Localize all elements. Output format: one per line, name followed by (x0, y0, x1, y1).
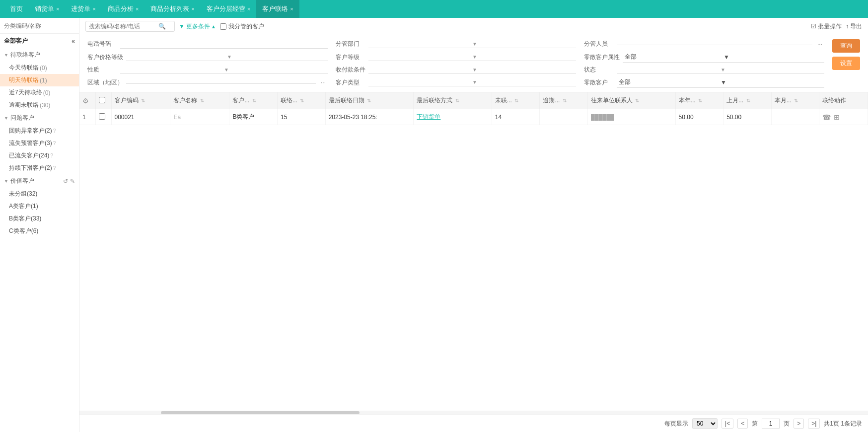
filter-region-ellipsis[interactable]: ··· (319, 78, 328, 87)
filter-select-retail-attr[interactable]: 全部 ▼ (623, 52, 824, 63)
filter-select-payment[interactable]: ▼ (368, 66, 576, 74)
filter-select-retail-customer[interactable]: 全部 ▼ (617, 77, 824, 88)
sidebar-item-today[interactable]: 今天待联络 (0) (0, 62, 79, 74)
th-contact-count[interactable]: 联络... ⇅ (278, 92, 326, 109)
th-code[interactable]: 客户编码 ⇅ (111, 92, 170, 109)
gear-icon-header[interactable]: ⚙ (82, 97, 89, 105)
th-this-year[interactable]: 本年... ⇅ (675, 92, 723, 109)
chevron-up-icon: ▲ (211, 24, 216, 29)
th-category[interactable]: 客户... ⇅ (229, 92, 278, 109)
table-row: 1 000021 Ea B类客户 (79, 109, 868, 125)
nav-home[interactable]: 首页 (4, 0, 29, 18)
refresh-icon[interactable]: ↺ (63, 178, 68, 185)
th-last-date[interactable]: 最后联络日期 ⇅ (325, 92, 414, 109)
filter-search-input[interactable] (89, 23, 158, 30)
sidebar-collapse-icon[interactable]: « (72, 38, 75, 45)
sidebar-group-value[interactable]: 价值客户 ↺ ✎ (0, 174, 79, 188)
nav-purchase-order-close[interactable]: × (92, 6, 95, 12)
nav-product-analysis-close[interactable]: × (136, 6, 139, 12)
chevron-down-icon-retail: ▼ (723, 54, 822, 61)
sidebar-item-declining[interactable]: 持续下滑客户(2) ? (0, 162, 79, 174)
next-page-btn[interactable]: > (794, 419, 804, 429)
scroll-thumb[interactable] (161, 411, 360, 414)
sidebar-item-c-class[interactable]: C类客户(6) (0, 225, 79, 237)
filter-search-icon[interactable]: 🔍 (158, 23, 166, 30)
filter-label-retail-attr: 零散客户属性 (584, 53, 620, 62)
th-overdue[interactable]: 逾期... ⇅ (540, 92, 588, 109)
td-action: ☎ ⊞ (819, 109, 868, 125)
filter-input-phone[interactable] (120, 39, 328, 49)
filter-select-nature[interactable]: ▼ (120, 66, 328, 74)
th-contact-person[interactable]: 往来单位联系人 ⇅ (587, 92, 675, 109)
filter-region-area (126, 81, 316, 84)
query-btn[interactable]: 查询 (832, 39, 860, 53)
filter-select-retail-attr-value: 全部 (625, 53, 723, 61)
first-page-btn[interactable]: |< (722, 419, 733, 429)
nav-home-label: 首页 (10, 4, 23, 13)
page-size-select[interactable]: 50 100 (692, 418, 718, 429)
nav-purchase-order[interactable]: 进货单 × (65, 0, 101, 18)
th-last-method[interactable]: 最后联络方式 ⇅ (414, 92, 492, 109)
last-page-btn[interactable]: >| (808, 419, 820, 429)
sidebar-item-repurchase-abnormal[interactable]: 回购异常客户(2) ? (0, 125, 79, 137)
filter-bar: 🔍 ▼ 更多条件 ▲ 我分管的客户 ☑ 批量操作 ↑ 导出 (79, 18, 868, 35)
page-input[interactable] (762, 419, 780, 429)
th-this-month[interactable]: 本月... ⇅ (771, 92, 819, 109)
customer-code: 000021 (115, 114, 135, 121)
action-grid-icon[interactable]: ⊞ (834, 113, 840, 121)
select-all-checkbox[interactable] (99, 97, 105, 103)
sidebar-search-area: 🔍 (0, 18, 79, 34)
nav-customer-tier-label: 客户分层经营 (207, 4, 245, 13)
sidebar-item-tomorrow[interactable]: 明天待联络 (1) (0, 74, 79, 86)
last-contact-method[interactable]: 下销货单 (417, 113, 440, 120)
nav-product-analysis-list[interactable]: 商品分析列表 × (145, 0, 200, 18)
sidebar-item-a-class[interactable]: A类客户(1) (0, 200, 79, 213)
nav-sales-order-close[interactable]: × (56, 6, 59, 12)
customer-name: Ea (173, 114, 181, 121)
settings-btn[interactable]: 设置 (832, 57, 860, 70)
filter-more-conditions-btn[interactable]: ▼ 更多条件 ▲ (179, 22, 216, 31)
filter-manager-ellipsis[interactable]: ··· (815, 40, 824, 49)
batch-action-btn[interactable]: ☑ 批量操作 (811, 22, 842, 31)
horizontal-scrollbar[interactable] (79, 411, 868, 415)
my-customers-checkbox-wrapper[interactable]: 我分管的客户 (220, 22, 264, 31)
prev-page-btn[interactable]: < (737, 419, 748, 429)
sidebar-item-ungrouped[interactable]: 未分组(32) (0, 188, 79, 200)
sidebar-item-week[interactable]: 近7天待联络 (0) (0, 86, 79, 99)
nav-product-analysis-list-close[interactable]: × (191, 6, 194, 12)
my-customers-checkbox[interactable] (220, 23, 226, 30)
chevron-down-icon-nature: ▼ (224, 67, 326, 72)
td-name: Ea (170, 109, 229, 125)
th-last-month[interactable]: 上月... ⇅ (723, 92, 772, 109)
filter-label-customer-level: 客户等级 (336, 53, 365, 62)
sidebar-item-churn-warning[interactable]: 流失预警客户(3) ? (0, 137, 79, 149)
filter-select-price-level[interactable]: ▼ (126, 53, 328, 61)
filter-select-customer-type[interactable]: ▼ (368, 78, 576, 86)
nav-sales-order[interactable]: 销货单 × (29, 0, 65, 18)
th-name[interactable]: 客户名称 ⇅ (170, 92, 229, 109)
sidebar-item-overdue[interactable]: 逾期未联络 (30) (0, 99, 79, 111)
filter-select-dept[interactable]: ▼ (368, 40, 576, 48)
edit-icon[interactable]: ✎ (70, 178, 75, 185)
sidebar-item-overdue-count: (30) (40, 102, 50, 109)
nav-customer-contact-close[interactable]: × (290, 6, 293, 12)
nav-product-analysis[interactable]: 商品分析 × (102, 0, 145, 18)
nav-customer-contact[interactable]: 客户联络 × (256, 0, 299, 18)
sidebar-all-customers[interactable]: 全部客户 « (0, 34, 79, 48)
last-contact-date: 2023-05-23 18:25: (329, 114, 377, 121)
nav-customer-tier-close[interactable]: × (247, 6, 250, 12)
row-checkbox[interactable] (99, 113, 105, 120)
sidebar-search-input[interactable] (4, 22, 78, 29)
action-phone-icon[interactable]: ☎ (822, 113, 831, 121)
sidebar-item-churned[interactable]: 已流失客户(24) ? (0, 149, 79, 162)
sidebar-group-pending[interactable]: 待联络客户 (0, 48, 79, 62)
filter-select-customer-level[interactable]: ▼ (368, 53, 576, 61)
filter-select-status[interactable]: ▼ (617, 66, 824, 74)
nav-customer-tier[interactable]: 客户分层经营 × (201, 0, 256, 18)
sidebar-item-b-class[interactable]: B类客户(33) (0, 213, 79, 225)
export-btn[interactable]: ↑ 导出 (846, 22, 862, 31)
th-no-contact[interactable]: 未联... ⇅ (492, 92, 540, 109)
nav-product-analysis-label: 商品分析 (108, 4, 134, 13)
sidebar-group-problem[interactable]: 问题客户 (0, 111, 79, 125)
td-index: 1 (79, 109, 95, 125)
